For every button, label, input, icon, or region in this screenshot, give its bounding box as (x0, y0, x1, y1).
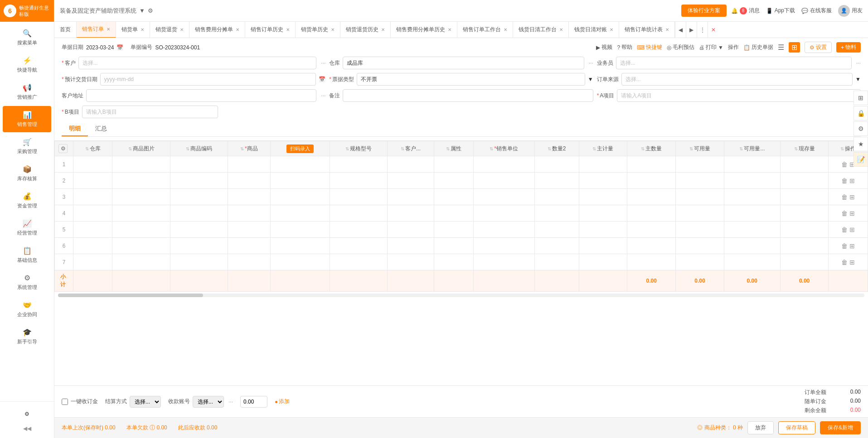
discard-btn[interactable]: 放弃 (747, 421, 774, 434)
view-mode-btn[interactable]: ☰ (778, 43, 784, 52)
cell-2-main_unit[interactable] (579, 173, 627, 189)
cell-7-image[interactable] (112, 254, 170, 270)
cell-2-customer_code[interactable] (387, 173, 434, 189)
cell-7-spec[interactable] (330, 254, 387, 270)
cell-7-unit[interactable] (473, 254, 534, 270)
scrollbar-track[interactable] (58, 294, 864, 297)
sidebar-item-资金管理[interactable]: 💰资金管理 (3, 188, 51, 214)
delete-icon-1[interactable]: 🗑 (841, 161, 848, 168)
delete-icon-5[interactable]: 🗑 (841, 226, 848, 233)
cell-6-warehouse[interactable] (73, 238, 112, 254)
calendar-icon-delivery[interactable]: 📅 (319, 76, 325, 82)
tab-item-0[interactable]: 首页 (54, 22, 77, 38)
card-view-btn[interactable]: ⊞ (789, 42, 800, 53)
cell-2-avail_qty2[interactable] (724, 173, 780, 189)
cell-3-stock[interactable] (780, 189, 829, 205)
cell-7-attr[interactable] (434, 254, 473, 270)
col-header-code[interactable]: ⇅商品编码 (170, 141, 228, 156)
tab-fullscreen-btn[interactable]: ✕ (708, 22, 718, 38)
cell-1-image[interactable] (112, 156, 170, 173)
cell-3-main_unit[interactable] (579, 189, 627, 205)
cell-3-scan[interactable] (271, 189, 330, 205)
cell-5-scan[interactable] (271, 221, 330, 238)
payment-method-select[interactable]: 选择... (130, 396, 161, 408)
cell-4-avail_qty[interactable] (676, 205, 724, 221)
cell-7-product[interactable] (228, 254, 270, 270)
tab-close-10[interactable]: ✕ (559, 27, 563, 32)
view-btn[interactable]: ▶ 视频 (596, 43, 612, 51)
cell-5-stock[interactable] (780, 221, 829, 238)
cell-3-qty2[interactable] (534, 189, 579, 205)
amount-input[interactable] (240, 396, 267, 408)
tab-item-12[interactable]: 销售订单统计表✕ (619, 22, 675, 38)
tab-close-2[interactable]: ✕ (141, 27, 144, 32)
profit-btn[interactable]: ◎ 毛利预估 (667, 43, 694, 51)
cell-1-stock[interactable] (780, 156, 829, 173)
col-header-product[interactable]: ⇅*商品 (228, 141, 270, 156)
cell-5-unit[interactable] (473, 221, 534, 238)
order-source-input[interactable] (621, 73, 853, 86)
cell-1-warehouse[interactable] (73, 156, 112, 173)
cell-4-spec[interactable] (330, 205, 387, 221)
add-product-btn[interactable]: + 物料 (836, 42, 861, 53)
cell-4-avail_qty2[interactable] (724, 205, 780, 221)
cell-2-stock[interactable] (780, 173, 829, 189)
notification-btn[interactable]: 🔔 8 8 消息 (731, 7, 760, 14)
cell-5-warehouse[interactable] (73, 221, 112, 238)
copy-icon-2[interactable]: ⊞ (849, 177, 855, 184)
cell-2-product[interactable] (228, 173, 270, 189)
warehouse-more[interactable]: ··· (589, 60, 593, 66)
cell-7-scan[interactable] (271, 254, 330, 270)
tab-item-1[interactable]: 销售订单✕ (77, 22, 116, 38)
cell-6-avail_qty[interactable] (676, 238, 724, 254)
tab-item-3[interactable]: 销货退货✕ (150, 22, 189, 38)
sidebar-collapse-btn[interactable]: ◀◀ (0, 423, 54, 434)
cell-1-scan[interactable] (271, 156, 330, 173)
tab-item-10[interactable]: 钱货日清工作台✕ (513, 22, 569, 38)
app-download-btn[interactable]: 📱 App下载 (766, 7, 795, 14)
cell-1-spec[interactable] (330, 156, 387, 173)
b-project-input[interactable] (82, 106, 218, 118)
operation-btn[interactable]: 操作 (728, 43, 739, 51)
cell-7-main_unit[interactable] (579, 254, 627, 270)
cell-6-main_unit[interactable] (579, 238, 627, 254)
cell-6-spec[interactable] (330, 238, 387, 254)
cell-6-stock[interactable] (780, 238, 829, 254)
cell-1-avail_qty2[interactable] (724, 156, 780, 173)
cell-6-avail_qty2[interactable] (724, 238, 780, 254)
sidebar-item-基础信息[interactable]: 📋基础信息 (3, 242, 51, 268)
cell-1-main_qty[interactable] (627, 156, 676, 173)
customer-input[interactable] (78, 57, 317, 69)
cell-2-main_qty[interactable] (627, 173, 676, 189)
cell-4-code[interactable] (170, 205, 228, 221)
cell-6-unit[interactable] (473, 238, 534, 254)
cell-7-qty2[interactable] (534, 254, 579, 270)
cell-4-stock[interactable] (780, 205, 829, 221)
tab-more-btn[interactable]: ⋮ (697, 22, 708, 38)
cell-3-image[interactable] (112, 189, 170, 205)
copy-icon-7[interactable]: ⊞ (849, 259, 855, 266)
cell-2-spec[interactable] (330, 173, 387, 189)
warehouse-input[interactable] (343, 57, 584, 69)
cell-4-unit[interactable] (473, 205, 534, 221)
tab-item-9[interactable]: 销售订单工作台✕ (457, 22, 513, 38)
cell-6-attr[interactable] (434, 238, 473, 254)
sidebar-item-新手引导[interactable]: 🎓新手引导 (3, 323, 51, 350)
history-btn[interactable]: 📋 历史单据 (743, 43, 773, 51)
cell-6-qty2[interactable] (534, 238, 579, 254)
cell-2-image[interactable] (112, 173, 170, 189)
delete-icon-6[interactable]: 🗑 (841, 242, 848, 250)
tab-item-2[interactable]: 销货单✕ (116, 22, 150, 38)
cell-5-avail_qty[interactable] (676, 221, 724, 238)
cell-3-avail_qty[interactable] (676, 189, 724, 205)
tab-close-12[interactable]: ✕ (665, 27, 669, 32)
right-btn-5[interactable]: 📝 (853, 152, 868, 167)
cell-5-image[interactable] (112, 221, 170, 238)
delivery-date-input[interactable] (100, 73, 316, 86)
scan-btn[interactable]: 扫码录入 (286, 144, 314, 153)
cell-2-avail_qty[interactable] (676, 173, 724, 189)
copy-icon-4[interactable]: ⊞ (849, 210, 855, 217)
cell-7-avail_qty[interactable] (676, 254, 724, 270)
tab-item-5[interactable]: 销售订单历史✕ (245, 22, 296, 38)
one-click-checkbox[interactable] (62, 399, 68, 405)
